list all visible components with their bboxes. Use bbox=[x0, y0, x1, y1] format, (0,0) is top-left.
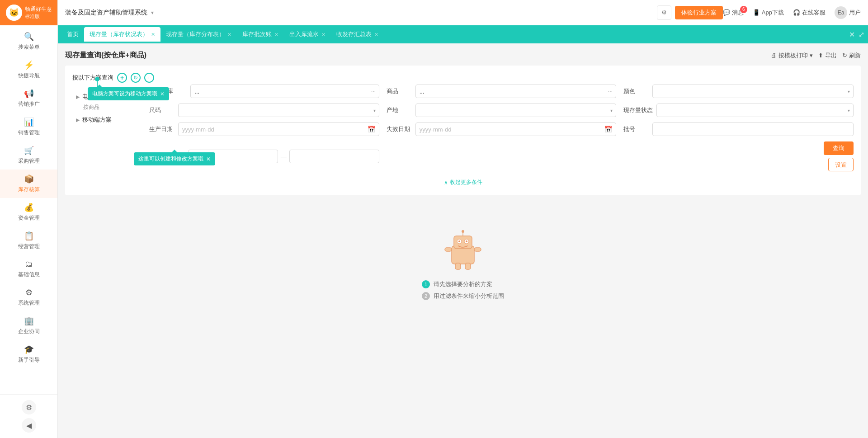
sidebar-bottom: ⚙ ◀ bbox=[0, 394, 57, 438]
system-title-text: 装备及固定资产辅助管理系统 bbox=[65, 9, 147, 17]
expiry-date-calendar-icon: 📅 bbox=[604, 126, 612, 133]
stock-main-to[interactable] bbox=[289, 150, 379, 163]
scheme-tooltip-1-close[interactable]: ✕ bbox=[160, 91, 165, 97]
tab-close-inventory-dist[interactable]: ✕ bbox=[227, 32, 231, 38]
sidebar-item-enterprise[interactable]: 🏢 企业协同 bbox=[0, 311, 57, 340]
reset-button[interactable]: 设置 bbox=[828, 158, 854, 171]
refresh-icon: ↻ bbox=[842, 52, 847, 59]
sidebar-item-marketing[interactable]: 📢 营销推广 bbox=[0, 84, 57, 113]
filter-add-scheme-button[interactable]: + bbox=[117, 73, 127, 83]
export-icon: ⬆ bbox=[818, 52, 823, 59]
tab-inventory-dist[interactable]: 现存量（库存分布表） ✕ bbox=[160, 27, 237, 42]
tab-close-all-button[interactable]: ✕ bbox=[849, 30, 855, 39]
sidebar-item-search[interactable]: 🔍 搜索菜单 bbox=[0, 27, 57, 56]
user-avatar: Ea bbox=[835, 6, 847, 19]
origin-select[interactable] bbox=[415, 104, 617, 117]
settings-button[interactable]: ⚙ bbox=[22, 400, 36, 414]
main-area: 装备及固定资产辅助管理系统 ▾ ⚙ 体验行业方案 💬 消息 6 📱 App下载 … bbox=[58, 0, 868, 438]
collapse-bar[interactable]: ∧ 收起更多条件 bbox=[72, 175, 854, 188]
tab-maximize-button[interactable]: ⤢ bbox=[859, 30, 864, 39]
user-action[interactable]: Ea 用户 bbox=[835, 6, 861, 19]
collapse-sidebar-button[interactable]: ◀ bbox=[22, 418, 36, 433]
origin-label: 产地 bbox=[387, 106, 412, 114]
online-service-action[interactable]: 🎧 在线客服 bbox=[793, 9, 826, 17]
filter-refresh-button[interactable]: ↻ bbox=[131, 73, 141, 83]
refresh-button[interactable]: ↻ 刷新 bbox=[842, 52, 861, 60]
settings-gear-button[interactable]: ⚙ bbox=[657, 5, 671, 20]
tab-close-batch-ledger[interactable]: ✕ bbox=[274, 32, 278, 38]
svg-rect-8 bbox=[455, 263, 461, 269]
stock-status-select[interactable] bbox=[656, 104, 854, 117]
tab-inout-flow[interactable]: 出入库流水 ✕ bbox=[284, 27, 331, 42]
filter-row-color: 颜色 ▾ bbox=[623, 85, 854, 98]
query-button[interactable]: 查询 bbox=[824, 141, 854, 155]
app-download-action[interactable]: 📱 App下载 bbox=[753, 9, 784, 17]
filter-row-stock-status: 现存量状态 ▾ bbox=[623, 104, 854, 117]
inventory-icon: 📦 bbox=[24, 174, 34, 184]
marketing-icon: 📢 bbox=[24, 89, 34, 99]
filter-back-button[interactable]: ← bbox=[144, 73, 154, 83]
warehouse-select-wrap: ⋯ bbox=[190, 85, 379, 98]
page-title: 现存量查询(按仓库+商品) bbox=[65, 51, 146, 60]
batch-no-label: 批号 bbox=[623, 125, 649, 133]
tab-close-inout-flow[interactable]: ✕ bbox=[321, 32, 326, 38]
svg-rect-7 bbox=[474, 248, 481, 251]
logo-text: 畅通好生意 标准版 bbox=[25, 6, 52, 19]
production-date-calendar-icon: 📅 bbox=[368, 126, 375, 133]
query-action-col: 查询 设置 bbox=[623, 141, 854, 171]
message-action[interactable]: 💬 消息 6 bbox=[723, 9, 744, 17]
sidebar-item-quicknav[interactable]: ⚡ 快捷导航 bbox=[0, 56, 57, 84]
filter-row-warehouse: ··· 仓库 ⋯ bbox=[149, 85, 379, 98]
sidebar-item-operations[interactable]: 📋 经营管理 bbox=[0, 226, 57, 255]
production-date-input[interactable]: yyyy-mm-dd 📅 bbox=[178, 122, 379, 136]
stock-range-separator: — bbox=[281, 153, 287, 160]
finance-icon: 💰 bbox=[24, 203, 34, 212]
scheme-node-mobile[interactable]: ▶ 移动端方案 bbox=[72, 114, 145, 126]
collapse-icon: ∧ bbox=[444, 179, 448, 186]
color-select[interactable] bbox=[652, 85, 854, 98]
step-2-num: 2 bbox=[422, 292, 430, 300]
sidebar-item-sales[interactable]: 📊 销售管理 bbox=[0, 113, 57, 141]
sidebar-item-basic[interactable]: 🗂 基础信息 bbox=[0, 255, 57, 283]
export-button[interactable]: ⬆ 导出 bbox=[818, 52, 837, 60]
scheme-child-1: 按商品 bbox=[72, 103, 145, 112]
warehouse-input[interactable] bbox=[190, 85, 379, 98]
filter-row-expiry-date: 失效日期 yyyy-mm-dd 📅 bbox=[387, 122, 617, 136]
industry-plan-button[interactable]: 体验行业方案 bbox=[675, 6, 723, 19]
sidebar-item-system[interactable]: ⚙ 系统管理 bbox=[0, 283, 57, 311]
tab-batch-ledger[interactable]: 库存批次账 ✕ bbox=[237, 27, 284, 42]
batch-no-input[interactable] bbox=[652, 122, 854, 136]
scheme-edit-tooltip-close[interactable]: ✕ bbox=[206, 156, 211, 162]
tab-close-inventory-status[interactable]: ✕ bbox=[151, 32, 155, 38]
empty-step-2: 2 用过滤条件来缩小分析范围 bbox=[422, 292, 504, 300]
goods-label: 商品 bbox=[387, 87, 412, 95]
tab-inventory-status[interactable]: 现存量（库存状况表） ✕ bbox=[84, 27, 160, 42]
page-actions: 🖨 按模板打印 ▾ ⬆ 导出 ↻ 刷新 bbox=[771, 52, 861, 60]
system-title-dropdown-icon[interactable]: ▾ bbox=[151, 9, 154, 16]
top-header: 装备及固定资产辅助管理系统 ▾ ⚙ 体验行业方案 💬 消息 6 📱 App下载 … bbox=[58, 0, 868, 25]
color-label: 颜色 bbox=[623, 87, 649, 95]
tab-collect-summary[interactable]: 收发存汇总表 ✕ bbox=[331, 27, 384, 42]
goods-input[interactable] bbox=[415, 85, 617, 98]
tab-home[interactable]: 首页 bbox=[61, 27, 84, 42]
size-select-wrap: ▾ bbox=[178, 104, 379, 117]
expiry-date-input[interactable]: yyyy-mm-dd 📅 bbox=[415, 122, 617, 136]
operations-icon: 📋 bbox=[24, 231, 34, 241]
phone-icon: 📱 bbox=[753, 9, 760, 16]
filter-row-size: 尺码 ▾ bbox=[149, 104, 379, 117]
sidebar-item-inventory[interactable]: 📦 库存核算 bbox=[0, 170, 57, 198]
sidebar-item-purchase[interactable]: 🛒 采购管理 bbox=[0, 141, 57, 170]
print-button[interactable]: 🖨 按模板打印 ▾ bbox=[771, 52, 813, 60]
stock-status-select-wrap: ▾ bbox=[656, 104, 854, 117]
logo-area: 🐱 畅通好生意 标准版 bbox=[0, 0, 57, 25]
empty-illustration bbox=[440, 228, 486, 273]
mobile-node-arrow: ▶ bbox=[76, 117, 80, 123]
tab-bar-actions: ✕ ⤢ bbox=[849, 30, 864, 39]
sidebar-item-guide[interactable]: 🎓 新手引导 bbox=[0, 340, 57, 368]
origin-select-wrap: ▾ bbox=[415, 104, 617, 117]
tab-close-collect-summary[interactable]: ✕ bbox=[374, 32, 378, 38]
purchase-icon: 🛒 bbox=[24, 146, 34, 155]
size-select[interactable] bbox=[178, 104, 379, 117]
logo-icon: 🐱 bbox=[6, 5, 22, 21]
sidebar-item-finance[interactable]: 💰 资金管理 bbox=[0, 198, 57, 226]
